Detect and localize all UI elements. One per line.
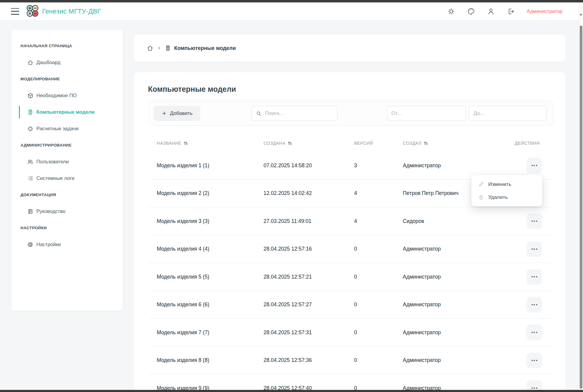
table-header: НАЗВАНИЕ СОЗДАНА ВЕРСИЙ СОЗДАЛ ДЕЙСТВИЯ bbox=[134, 136, 566, 150]
column-header-creator[interactable]: СОЗДАЛ bbox=[403, 141, 508, 146]
sidebar-section-modeling: МОДЕЛИРОВАНИЕ bbox=[11, 71, 123, 87]
window-top-edge bbox=[0, 0, 583, 2]
sidebar-item-dashboard[interactable]: Дашбоард bbox=[11, 54, 123, 71]
table-row: Модель изделия 4 (4) 28.04.2025 12:57:16… bbox=[134, 235, 566, 263]
sidebar-item-manual[interactable]: Руководство bbox=[11, 203, 123, 220]
sidebar-item-computer-models[interactable]: Компьютерные модели bbox=[11, 104, 123, 120]
table-row: Модель изделия 7 (7) 28.04.2025 12:57:31… bbox=[134, 319, 566, 347]
logout-icon[interactable] bbox=[507, 8, 515, 15]
plus-icon bbox=[162, 111, 167, 116]
chevron-right-icon bbox=[157, 46, 162, 51]
row-actions-button[interactable] bbox=[526, 213, 542, 229]
app-title: Генезис МГТУ-ДВГ bbox=[42, 8, 101, 15]
context-menu-delete[interactable]: Удалить bbox=[471, 191, 542, 204]
search-input[interactable] bbox=[251, 106, 338, 121]
sidebar-item-system-logs[interactable]: Системные логи bbox=[11, 170, 123, 187]
app-logo-icon bbox=[26, 4, 39, 19]
column-header-created[interactable]: СОЗДАНА bbox=[264, 141, 354, 146]
table-row: Модель изделия 6 (6) 28.04.2025 12:57:27… bbox=[134, 291, 566, 319]
table-row: Модель изделия 9 (9) 28.04.2025 12:57:40… bbox=[134, 374, 566, 392]
vertical-scrollbar[interactable] bbox=[578, 2, 583, 390]
sidebar-item-settings[interactable]: Настройки bbox=[11, 236, 123, 253]
search-icon bbox=[256, 110, 262, 116]
date-from-input[interactable] bbox=[387, 106, 466, 121]
palette-icon[interactable] bbox=[467, 8, 475, 15]
theme-brightness-icon[interactable] bbox=[447, 8, 455, 15]
table-row: Модель изделия 5 (5) 28.04.2025 12:57:21… bbox=[134, 263, 566, 291]
breadcrumb: Компьютерные модели bbox=[134, 35, 566, 62]
add-button[interactable]: Добавить bbox=[154, 106, 200, 121]
breadcrumb-page-icon bbox=[165, 45, 171, 51]
table-row: Модель изделия 3 (3) 27.03.2025 11:49:01… bbox=[134, 207, 566, 235]
row-actions-button[interactable] bbox=[526, 297, 542, 313]
row-actions-button[interactable] bbox=[526, 353, 542, 368]
app-header: Генезис МГТУ-ДВГ Администратор bbox=[0, 2, 578, 20]
column-header-versions: ВЕРСИЙ bbox=[354, 141, 403, 146]
menu-toggle-button[interactable] bbox=[11, 8, 19, 15]
sidebar-section-home: НАЧАЛЬНАЯ СТРАНИЦА bbox=[11, 38, 123, 54]
user-profile-icon[interactable] bbox=[487, 8, 495, 15]
logs-icon bbox=[27, 175, 34, 182]
breadcrumb-current-page: Компьютерные модели bbox=[174, 45, 236, 51]
sort-icon bbox=[423, 141, 428, 146]
row-actions-button[interactable] bbox=[526, 158, 542, 173]
sidebar-item-required-software[interactable]: Необходимое ПО bbox=[11, 87, 123, 104]
sidebar-section-documentation: ДОКУМЕНТАЦИЯ bbox=[11, 187, 123, 203]
breadcrumb-home-icon[interactable] bbox=[147, 45, 154, 52]
date-to-input[interactable] bbox=[469, 106, 547, 121]
scrollbar-thumb[interactable] bbox=[580, 26, 582, 389]
sort-icon bbox=[183, 141, 188, 146]
calculator-icon bbox=[27, 109, 34, 116]
current-user-role[interactable]: Администратор bbox=[527, 8, 563, 14]
sidebar-section-administration: АДМИНИСТРИРОВАНИЕ bbox=[11, 137, 123, 153]
row-actions-button[interactable] bbox=[526, 241, 542, 257]
book-icon bbox=[27, 208, 34, 215]
context-menu-edit[interactable]: Изменить bbox=[471, 178, 542, 191]
users-icon bbox=[27, 159, 34, 165]
column-header-actions: ДЕЙСТВИЯ bbox=[508, 141, 542, 146]
window-bottom-edge bbox=[0, 390, 583, 392]
gear-icon bbox=[27, 241, 34, 248]
table-row: Модель изделия 8 (8) 28.04.2025 12:57:36… bbox=[134, 347, 566, 375]
pencil-icon bbox=[478, 181, 484, 187]
table-toolbar: Добавить bbox=[149, 101, 553, 126]
row-actions-button[interactable] bbox=[526, 269, 542, 285]
sidebar-item-users[interactable]: Пользователи bbox=[11, 153, 123, 170]
row-actions-button[interactable] bbox=[526, 325, 542, 340]
cpu-icon bbox=[27, 125, 34, 132]
sidebar-item-computation-tasks[interactable]: Расчетные задачи bbox=[11, 120, 123, 137]
home-icon bbox=[27, 59, 34, 66]
column-header-name[interactable]: НАЗВАНИЕ bbox=[157, 141, 264, 146]
sidebar: НАЧАЛЬНАЯ СТРАНИЦА Дашбоард МОДЕЛИРОВАНИ… bbox=[11, 29, 123, 311]
row-context-menu: Изменить Удалить bbox=[471, 175, 542, 206]
computer-models-panel: Компьютерные модели Добавить НАЗВАНИЕ СО… bbox=[134, 72, 566, 392]
cube-icon bbox=[27, 92, 34, 99]
page-title: Компьютерные модели bbox=[148, 85, 236, 94]
sort-icon bbox=[287, 141, 292, 146]
sidebar-section-settings: НАСТРОЙКИ bbox=[11, 220, 123, 236]
scroll-up-arrow-icon[interactable] bbox=[580, 13, 582, 15]
trash-icon bbox=[478, 194, 484, 200]
